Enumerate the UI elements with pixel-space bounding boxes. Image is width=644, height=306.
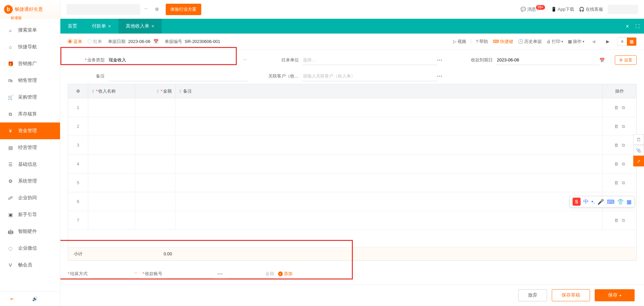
radio-blue-doc[interactable]: 蓝单 [68,39,82,45]
sidebar-item-funds[interactable]: ¥资金管理 [0,122,60,139]
settings-gear-icon[interactable]: ⚙ [152,5,162,14]
close-icon[interactable]: ✕ [151,24,154,29]
cell-amount[interactable] [135,173,175,192]
app-download-link[interactable]: 📱App下载 [551,6,574,12]
online-service-link[interactable]: 🎧在线客服 [579,6,603,12]
chevron-down-icon[interactable]: ﹀ [134,271,138,276]
user-avatar[interactable] [608,5,638,14]
chevron-down-icon[interactable]: ﹀ [144,6,148,12]
cell-income-name[interactable] [88,192,135,211]
sidebar-item-marketing[interactable]: 🎁营销推广 [0,55,60,72]
org-selector[interactable] [66,4,140,15]
party-input[interactable] [302,55,437,65]
print-link[interactable]: 🖨打印▾ [546,39,563,45]
more-icon[interactable]: ••• [437,74,443,79]
copy-row-icon[interactable]: ⧉ [622,105,625,110]
cell-amount[interactable] [135,136,175,154]
remark-input[interactable] [108,71,249,81]
settle-method-select[interactable] [92,269,139,278]
save-draft-button[interactable]: 保存草稿 [552,289,590,301]
table-row[interactable]: 5🗑⧉ [68,173,636,192]
operate-link[interactable]: ▦操作▾ [568,39,584,45]
sidebar-item-system[interactable]: ⚙系统管理 [0,173,60,190]
doc-date-value[interactable]: 2023-06-06 [128,39,151,44]
cell-remark[interactable] [175,136,603,154]
ime-lang[interactable]: 中 [583,198,589,205]
delete-row-icon[interactable]: 🗑 [614,218,619,223]
copy-row-icon[interactable]: ⧉ [622,143,625,148]
note-float-button[interactable]: 🗒 [633,134,644,145]
calendar-icon[interactable]: 📅 [153,39,159,44]
attach-float-button[interactable]: 📎 [633,145,644,156]
cell-remark[interactable] [175,155,603,173]
next-doc-button[interactable]: ▶ [603,37,612,46]
sidebar-item-guide[interactable]: ▣新手引导 [0,206,60,223]
sidebar-item-hardware[interactable]: 🤖智能硬件 [0,223,60,240]
ime-punct-icon[interactable]: •, [591,199,595,205]
cell-income-name[interactable] [88,173,135,192]
col-remark[interactable]: ▲▼备注 [175,84,603,98]
expand-float-button[interactable]: ⤢ [633,156,644,166]
video-link[interactable]: ▷视频 [453,39,466,45]
chevron-down-icon[interactable]: ﹀ [243,57,247,63]
table-row[interactable]: 2🗑⧉ [68,117,636,136]
related-customer-input[interactable] [302,71,437,81]
cell-amount[interactable] [135,211,175,230]
add-settlement-button[interactable]: +添加 [278,271,292,277]
ime-skin-icon[interactable]: 👕 [617,199,624,205]
ime-tools-icon[interactable]: ▦ [627,199,632,205]
copy-row-icon[interactable]: ⧉ [622,161,625,167]
help-link[interactable]: ?帮助 [476,39,488,45]
close-icon[interactable]: ✕ [108,24,111,29]
settle-amount-input[interactable] [227,269,274,278]
sidebar-item-quicknav[interactable]: ⌂快捷导航 [0,39,60,55]
tab-close-button[interactable]: ✕ [623,21,632,31]
cell-remark[interactable] [175,173,603,192]
tab-home[interactable]: 首页 [60,19,85,34]
delete-row-icon[interactable]: 🗑 [614,143,619,148]
ime-toolbar[interactable]: S 中 •, 🎤 ⌨ 👕 ▦ [570,196,635,207]
radio-red-doc[interactable]: 红单 [88,39,102,45]
delete-row-icon[interactable]: 🗑 [614,161,619,166]
cell-remark[interactable] [175,192,603,211]
cell-remark[interactable] [175,98,603,117]
cell-income-name[interactable] [88,211,135,230]
cell-amount[interactable] [135,117,175,136]
history-link[interactable]: 🕓历史单据 [518,39,542,45]
sidebar-item-purchase[interactable]: 🛒采购管理 [0,89,60,106]
cell-amount[interactable] [135,155,175,173]
table-row[interactable]: 3🗑⧉ [68,136,636,155]
table-row[interactable]: 7🗑⧉ [68,211,636,230]
view-list-button[interactable]: ≡ [618,38,627,46]
copy-row-icon[interactable]: ⧉ [622,180,625,186]
cell-remark[interactable] [175,211,603,230]
receive-account-input[interactable] [166,269,213,278]
cell-income-name[interactable] [88,117,135,136]
more-icon[interactable]: ••• [217,271,223,276]
sidebar-item-collab[interactable]: ☍企业协同 [0,190,60,206]
column-config-button[interactable]: ⚙ [68,84,88,98]
tab-payment[interactable]: 付款单✕ [85,19,118,34]
discard-button[interactable]: 放弃 [518,289,547,301]
try-industry-button[interactable]: 体验行业方案 [166,4,201,15]
due-date-input[interactable] [496,55,599,65]
delete-row-icon[interactable]: 🗑 [614,105,619,110]
settings-button[interactable]: ⚙设置 [615,55,637,65]
tab-fullscreen-button[interactable]: ⛶ [633,21,642,31]
cell-remark[interactable] [175,117,603,136]
sidebar-item-operation[interactable]: ▤经营管理 [0,139,60,156]
cell-income-name[interactable] [88,155,135,173]
save-button[interactable]: 保存▾ [595,289,635,301]
col-income-name[interactable]: ▲▼*收入名称 [88,84,135,98]
calendar-icon[interactable]: 📅 [599,58,605,63]
sidebar-item-basicinfo[interactable]: ☰基础信息 [0,156,60,173]
delete-row-icon[interactable]: 🗑 [614,124,619,129]
table-row[interactable]: 4🗑⧉ [68,155,636,173]
delete-row-icon[interactable]: 🗑 [614,180,619,185]
shortcut-link[interactable]: ⌨快捷键 [493,39,513,45]
copy-row-icon[interactable]: ⧉ [622,218,625,223]
cell-amount[interactable] [135,98,175,117]
ime-mic-icon[interactable]: 🎤 [597,199,604,205]
col-amount[interactable]: ▲▼*金额 [135,84,175,98]
table-row[interactable]: 6🗑⧉ [68,192,636,211]
